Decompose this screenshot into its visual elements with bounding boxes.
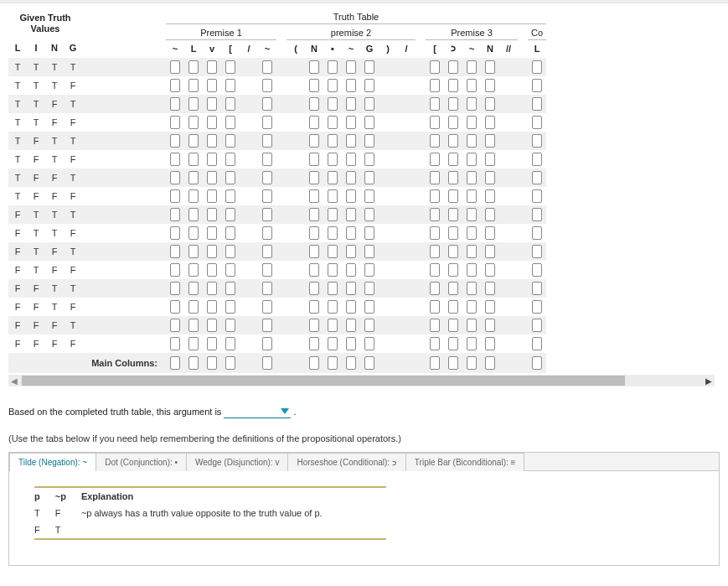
truth-input[interactable]: [188, 300, 199, 314]
truth-input[interactable]: [485, 97, 495, 111]
truth-input[interactable]: [309, 208, 319, 221]
scroll-left-arrow[interactable]: ◀: [8, 375, 20, 386]
truth-input[interactable]: [262, 97, 272, 111]
conclusion-dropdown[interactable]: [224, 407, 291, 418]
truth-input[interactable]: [262, 319, 272, 332]
truth-input[interactable]: [188, 245, 199, 258]
truth-input[interactable]: [262, 300, 272, 314]
truth-input[interactable]: [485, 208, 495, 221]
truth-input[interactable]: [448, 263, 458, 277]
scroll-right-arrow[interactable]: ▶: [703, 375, 715, 386]
truth-input[interactable]: [225, 153, 235, 166]
truth-input[interactable]: [467, 60, 477, 74]
truth-input[interactable]: [430, 337, 440, 350]
truth-input[interactable]: [262, 337, 272, 350]
truth-input[interactable]: [188, 189, 199, 203]
truth-input[interactable]: [328, 300, 338, 314]
truth-input[interactable]: [328, 337, 338, 350]
truth-input[interactable]: [207, 79, 217, 92]
truth-input[interactable]: [467, 116, 477, 129]
truth-input[interactable]: [448, 97, 458, 111]
scroll-thumb[interactable]: [22, 376, 625, 386]
truth-input[interactable]: [485, 245, 495, 258]
truth-input[interactable]: [448, 337, 458, 350]
truth-input[interactable]: [364, 245, 374, 258]
truth-input[interactable]: [448, 282, 458, 295]
truth-input[interactable]: [467, 134, 477, 148]
truth-input[interactable]: [467, 263, 477, 277]
truth-input[interactable]: [532, 208, 542, 221]
truth-input[interactable]: [346, 319, 356, 332]
truth-input[interactable]: [309, 319, 319, 332]
truth-input[interactable]: [170, 282, 180, 295]
truth-input[interactable]: [188, 208, 199, 221]
truth-input[interactable]: [364, 79, 374, 92]
truth-input[interactable]: [207, 189, 217, 203]
truth-input[interactable]: [170, 60, 180, 74]
truth-input[interactable]: [207, 208, 217, 221]
truth-input[interactable]: [170, 226, 180, 240]
truth-input[interactable]: [364, 116, 374, 129]
truth-input[interactable]: [262, 79, 272, 92]
truth-input[interactable]: [188, 337, 199, 350]
truth-input[interactable]: [207, 356, 217, 370]
truth-input[interactable]: [467, 356, 477, 370]
truth-input[interactable]: [448, 134, 458, 148]
truth-input[interactable]: [448, 356, 458, 370]
truth-input[interactable]: [225, 134, 235, 148]
truth-input[interactable]: [328, 60, 338, 74]
horizontal-scrollbar[interactable]: ◀ ▶: [8, 375, 720, 388]
truth-input[interactable]: [485, 153, 495, 166]
truth-input[interactable]: [346, 208, 356, 221]
truth-input[interactable]: [328, 208, 338, 221]
truth-input[interactable]: [448, 153, 458, 166]
truth-input[interactable]: [328, 171, 338, 184]
truth-input[interactable]: [430, 226, 440, 240]
truth-input[interactable]: [346, 116, 356, 129]
truth-input[interactable]: [467, 189, 477, 203]
truth-input[interactable]: [467, 153, 477, 166]
truth-input[interactable]: [170, 116, 180, 129]
truth-input[interactable]: [170, 79, 180, 92]
truth-input[interactable]: [309, 97, 319, 111]
truth-input[interactable]: [430, 300, 440, 314]
truth-input[interactable]: [207, 134, 217, 148]
truth-input[interactable]: [364, 356, 374, 370]
truth-input[interactable]: [309, 60, 319, 74]
truth-input[interactable]: [328, 134, 338, 148]
truth-input[interactable]: [430, 282, 440, 295]
truth-input[interactable]: [309, 300, 319, 314]
truth-input[interactable]: [188, 263, 199, 277]
truth-input[interactable]: [346, 356, 356, 370]
truth-input[interactable]: [364, 97, 374, 111]
truth-input[interactable]: [207, 245, 217, 258]
truth-input[interactable]: [346, 245, 356, 258]
truth-input[interactable]: [485, 300, 495, 314]
truth-input[interactable]: [328, 263, 338, 277]
truth-input[interactable]: [467, 171, 477, 184]
truth-input[interactable]: [467, 226, 477, 240]
truth-input[interactable]: [364, 337, 374, 350]
truth-input[interactable]: [467, 282, 477, 295]
truth-input[interactable]: [364, 208, 374, 221]
truth-input[interactable]: [485, 226, 495, 240]
truth-input[interactable]: [328, 116, 338, 129]
truth-input[interactable]: [188, 79, 199, 92]
truth-input[interactable]: [430, 153, 440, 166]
truth-input[interactable]: [448, 171, 458, 184]
truth-input[interactable]: [485, 60, 495, 74]
truth-input[interactable]: [188, 319, 199, 332]
truth-input[interactable]: [485, 263, 495, 277]
truth-input[interactable]: [448, 60, 458, 74]
tab-tilde[interactable]: Tilde (Negation): ~: [9, 453, 96, 471]
truth-input[interactable]: [346, 263, 356, 277]
truth-input[interactable]: [532, 116, 542, 129]
truth-input[interactable]: [262, 356, 272, 370]
truth-input[interactable]: [346, 171, 356, 184]
truth-input[interactable]: [170, 319, 180, 332]
truth-input[interactable]: [207, 97, 217, 111]
truth-input[interactable]: [170, 356, 180, 370]
truth-input[interactable]: [485, 134, 495, 148]
truth-input[interactable]: [430, 356, 440, 370]
truth-input[interactable]: [532, 97, 542, 111]
